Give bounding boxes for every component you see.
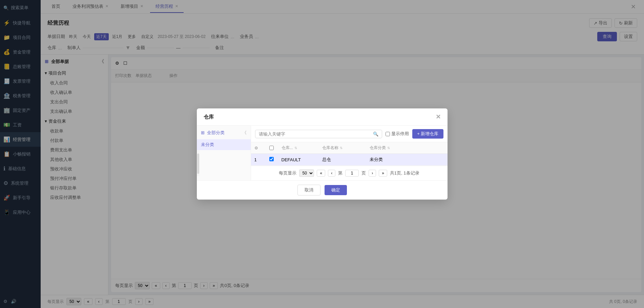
modal-th-category[interactable]: 仓库分类 ⇅ bbox=[366, 142, 448, 153]
modal-table-row[interactable]: 1 DEFAULT 总仓 未分类 bbox=[251, 154, 448, 166]
modal-row-checkbox[interactable] bbox=[269, 157, 274, 161]
modal-th-name[interactable]: 仓库名称 ⇅ bbox=[319, 142, 366, 153]
modal-all-category-label: ⊞ 全部分类 bbox=[201, 130, 225, 136]
warehouse-modal: 仓库 ✕ ⊞ 全部分类 《 未分类 bbox=[197, 108, 448, 200]
modal-row-name: 总仓 bbox=[322, 157, 331, 162]
modal-category-panel: ⊞ 全部分类 《 未分类 bbox=[197, 126, 251, 180]
modal-page-size-select[interactable]: 50 bbox=[299, 169, 314, 177]
modal-th-category-label: 仓库分类 bbox=[370, 145, 386, 151]
modal-th-name-label: 仓库名称 bbox=[322, 145, 338, 151]
modal-select-all-checkbox[interactable] bbox=[269, 146, 274, 150]
modal-last-btn[interactable]: » bbox=[379, 170, 387, 177]
modal-th-checkbox bbox=[266, 142, 278, 153]
modal-page-suffix: 页 bbox=[361, 170, 366, 176]
modal-pagination: 每页显示 50 « ‹ 第 页 › » 共1页, 1条记录 bbox=[251, 166, 448, 180]
modal-search-input[interactable] bbox=[259, 131, 371, 137]
modal-per-page-label: 每页显示 bbox=[279, 170, 296, 176]
modal-toolbar: 🔍 显示停用 + 新增仓库 bbox=[251, 126, 448, 142]
add-warehouse-button[interactable]: + 新增仓库 bbox=[412, 129, 443, 139]
show-disabled-label[interactable]: 显示停用 bbox=[386, 131, 409, 137]
modal-first-btn[interactable]: « bbox=[317, 170, 325, 177]
sort-icon-name: ⇅ bbox=[340, 146, 342, 150]
modal-row-code: DEFAULT bbox=[282, 157, 301, 162]
modal-confirm-button[interactable]: 确定 bbox=[325, 185, 347, 195]
show-disabled-text: 显示停用 bbox=[391, 131, 409, 137]
modal-td-code: DEFAULT bbox=[278, 155, 319, 165]
sort-icon-category: ⇅ bbox=[387, 146, 390, 150]
modal-header: 仓库 ✕ bbox=[197, 108, 448, 126]
show-disabled-checkbox[interactable] bbox=[386, 132, 390, 136]
modal-right-panel: 🔍 显示停用 + 新增仓库 ⚙ bbox=[251, 126, 448, 180]
modal-td-category: 未分类 bbox=[366, 154, 448, 165]
modal-search-box[interactable]: 🔍 bbox=[255, 130, 382, 138]
modal-page-input[interactable] bbox=[345, 170, 359, 177]
modal-th-code[interactable]: 仓库... ⇅ bbox=[278, 142, 319, 153]
modal-page-label: 第 bbox=[338, 170, 342, 176]
modal-total-text: 共1页, 1条记录 bbox=[390, 170, 419, 176]
modal-table-body: 1 DEFAULT 总仓 未分类 bbox=[251, 154, 448, 166]
modal-cancel-button[interactable]: 取消 bbox=[297, 185, 320, 196]
modal-cat-unclassified[interactable]: 未分类 bbox=[197, 139, 251, 150]
modal-search-icon: 🔍 bbox=[373, 131, 378, 137]
modal-table-header: ⚙ 仓库... ⇅ 仓库名称 ⇅ 仓库分类 ⇅ bbox=[251, 142, 448, 154]
modal-td-name: 总仓 bbox=[319, 154, 366, 165]
modal-td-index: 1 bbox=[251, 155, 266, 165]
modal-left-header: ⊞ 全部分类 《 bbox=[197, 130, 251, 139]
modal-td-checkbox[interactable] bbox=[266, 154, 278, 165]
modal-prev-btn[interactable]: ‹ bbox=[328, 170, 335, 177]
modal-gear-icon[interactable]: ⚙ bbox=[254, 146, 258, 150]
modal-all-label-text: 全部分类 bbox=[207, 130, 225, 135]
modal-th-gear: ⚙ bbox=[251, 142, 266, 153]
modal-cat-label: 未分类 bbox=[201, 142, 214, 147]
modal-next-btn[interactable]: › bbox=[369, 170, 376, 177]
modal-body: ⊞ 全部分类 《 未分类 🔍 bbox=[197, 126, 448, 180]
modal-th-code-label: 仓库... bbox=[282, 145, 293, 151]
modal-overlay: 仓库 ✕ ⊞ 全部分类 《 未分类 bbox=[0, 0, 644, 308]
modal-footer-buttons: 取消 确定 bbox=[197, 180, 448, 200]
modal-row-category: 未分类 bbox=[370, 157, 383, 162]
sort-icon-code: ⇅ bbox=[294, 146, 297, 150]
modal-title: 仓库 bbox=[204, 114, 214, 120]
modal-close-button[interactable]: ✕ bbox=[436, 113, 441, 121]
modal-collapse-btn[interactable]: 《 bbox=[242, 130, 247, 136]
